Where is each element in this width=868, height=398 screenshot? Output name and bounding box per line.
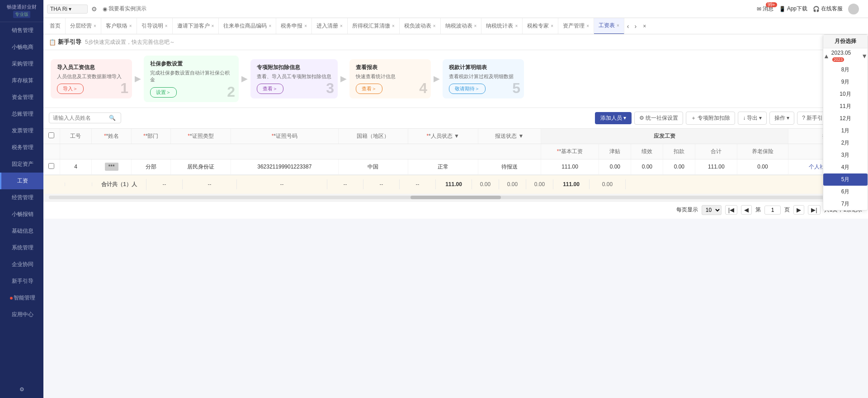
tab-asset-mgmt[interactable]: 资产管理× [558,18,594,34]
tab-items[interactable]: 往来单位商品编码× [219,18,276,34]
first-page-btn[interactable]: |◀ [725,205,737,215]
month-picker-down-btn[interactable]: ▼ [861,52,868,60]
sidebar-item-payroll[interactable]: 工资 [0,173,43,189]
per-page-select[interactable]: 10 20 50 [702,205,722,215]
month-item-8[interactable]: 8月 [823,64,868,76]
tab-prev-btn[interactable]: ‹ [624,21,632,32]
tab-close-tax-stats[interactable]: × [515,23,518,28]
step-5-button[interactable]: 敬请期待＞ [449,84,486,94]
tab-clearance[interactable]: 进入清册× [312,18,348,34]
unified-social-button[interactable]: ⚙ 统一社保设置 [634,112,683,125]
month-item-2[interactable]: 2月 [823,137,868,149]
tab-close-payroll[interactable]: × [617,23,619,28]
tab-invite[interactable]: 邀请下游客户× [173,18,219,34]
sidebar-item-ai[interactable]: 智能管理 [0,290,43,306]
close-all-tabs-button[interactable]: × [639,21,650,31]
sidebar-item-basic-info[interactable]: 基础信息 [0,223,43,239]
search-icon[interactable]: 🔍 [109,115,116,121]
filter-icon[interactable]: ▼ [454,133,459,139]
last-page-btn[interactable]: ▶| [808,205,820,215]
company-selector[interactable]: THA Ri ▾ [47,5,88,14]
month-picker-up-btn[interactable]: ▲ [823,52,830,60]
month-item-3[interactable]: 3月 [823,149,868,161]
avatar[interactable] [848,4,859,14]
tab-close-guide[interactable]: × [165,23,168,28]
send-filter-icon[interactable]: ▼ [518,133,524,139]
tab-close-tax-expert[interactable]: × [551,23,553,28]
month-item-7[interactable]: 7月 [823,198,868,210]
tab-tax-expert[interactable]: 税检专家× [523,18,558,34]
tab-close-layered[interactable]: × [94,23,96,28]
tab-close-invite[interactable]: × [212,23,214,28]
sidebar-item-invoice[interactable]: 发票管理 [0,122,43,139]
step-4-button[interactable]: 查看＞ [356,84,382,94]
sidebar-item-purchase[interactable]: 采购管理 [0,56,43,72]
sidebar-item-assets[interactable]: 固定资产 [0,156,43,173]
sidebar-item-finance[interactable]: 资金管理 [0,89,43,106]
step-1-button[interactable]: 导入＞ [57,84,84,94]
tab-payroll[interactable]: 工资表× [594,18,624,34]
month-item-1[interactable]: 1月 [823,125,868,137]
tab-close-asset-mgmt[interactable]: × [586,23,589,28]
sidebar-item-tax[interactable]: 税务管理 [0,139,43,156]
company-name: THA Ri [50,6,67,12]
page-input[interactable] [764,206,781,215]
tab-close-clearance[interactable]: × [340,23,343,28]
month-item-5[interactable]: 5月 [823,173,868,186]
prev-page-btn[interactable]: ◀ [741,205,752,215]
tab-tax-fluctuation[interactable]: 纳税波动表× [441,18,482,34]
message-button[interactable]: ✉ 消息 99+ [757,5,774,13]
tab-customer[interactable]: 客户联络× [101,18,137,34]
tab-close-tax-fluctuation[interactable]: × [474,23,477,28]
step-2-button[interactable]: 设置＞ [150,87,177,98]
export-button[interactable]: ↓ 导出 ▾ [738,112,767,125]
tab-close-customer[interactable]: × [129,23,132,28]
tab-tax-report[interactable]: 税务申报× [276,18,312,34]
scrollbar-thumb[interactable] [410,196,501,199]
sidebar-item-ecommerce[interactable]: 小畅电商 [0,39,43,56]
sidebar-item-collab[interactable]: 企业协同 [0,256,43,273]
tab-tax-burden[interactable]: 税负波动表× [400,18,441,34]
step-3-button[interactable]: 查看＞ [257,84,283,94]
month-item-11[interactable]: 11月 [823,100,868,112]
sidebar-item-inventory[interactable]: 库存核算 [0,72,43,89]
page-label: 第 [755,206,761,214]
sidebar-item-system[interactable]: 系统管理 [0,239,43,256]
tab-guide[interactable]: 引导说明× [137,18,173,34]
tab-next-btn[interactable]: › [632,21,639,32]
month-item-4[interactable]: 4月 [823,161,868,173]
sidebar-item-expense[interactable]: 小畅报销 [0,206,43,223]
settings-icon[interactable]: ⚙ [90,4,99,14]
search-input[interactable] [53,115,107,121]
row-checkbox[interactable] [48,163,54,169]
app-download-button[interactable]: 📱 App下载 [779,5,807,13]
select-all-checkbox[interactable] [48,132,54,138]
sidebar-item-operations[interactable]: 经营管理 [0,189,43,206]
tab-income-tax[interactable]: 所得税汇算清缴× [348,18,400,34]
next-page-btn[interactable]: ▶ [793,205,804,215]
operate-button[interactable]: 操作 ▾ [769,112,794,125]
sidebar-item-guide[interactable]: 新手引导 [0,273,43,290]
add-person-button[interactable]: 添加人员 ▾ [595,112,632,124]
month-item-12[interactable]: 12月 [823,112,868,125]
sidebar-item-appstore[interactable]: 应用中心 [0,306,43,323]
sidebar-item-ledger[interactable]: 总账管理 [0,106,43,122]
tab-close-tax-report[interactable]: × [304,23,307,28]
tab-close-tax-burden[interactable]: × [433,23,436,28]
tab-close-income-tax[interactable]: × [392,23,395,28]
sidebar-item-sales[interactable]: 销售管理 [0,22,43,39]
month-item-10[interactable]: 10月 [823,88,868,100]
th-checkbox [43,129,60,144]
month-item-9[interactable]: 9月 [823,76,868,88]
tab-close-items[interactable]: × [269,23,271,28]
tab-layered[interactable]: 分层经营× [66,18,101,34]
demo-button[interactable]: ◉ 我要看实例演示 [103,5,146,13]
tab-tax-stats[interactable]: 纳税统计表× [481,18,523,34]
settings-button[interactable]: ⚙ [0,381,43,398]
online-service-button[interactable]: 🎧 在线客服 [813,5,843,13]
tab-home[interactable]: 首页 [45,18,66,34]
month-item-6[interactable]: 6月 [823,186,868,198]
special-deduct-button[interactable]: ＋ 专项附加扣除 [686,112,735,125]
horizontal-scrollbar[interactable] [43,194,868,201]
dot-icon [10,297,13,300]
